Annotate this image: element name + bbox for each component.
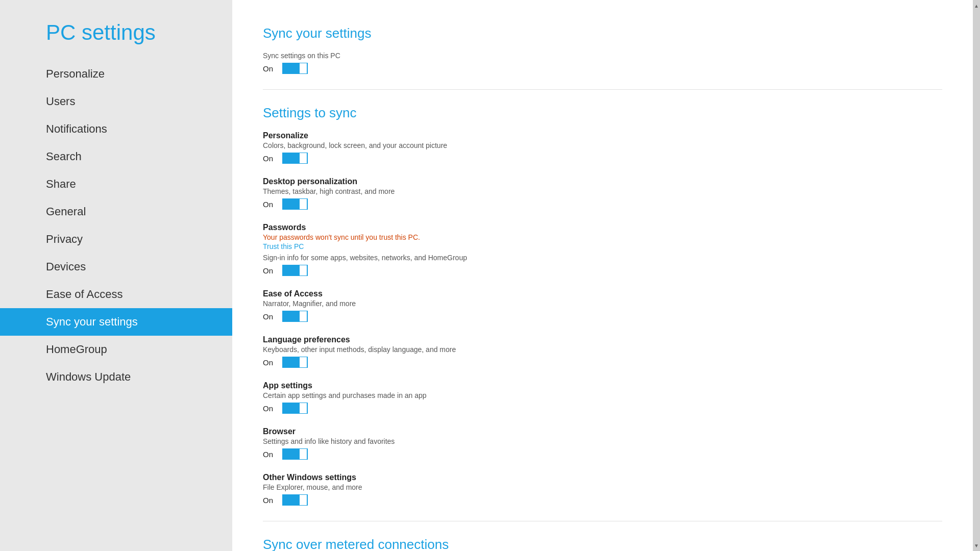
setting-desc-browser: Settings and info like history and favor…	[263, 437, 942, 445]
toggle-track	[282, 357, 308, 368]
toggle-row-personalize: On	[263, 153, 942, 164]
setting-desc-personalize: Colors, background, lock screen, and you…	[263, 141, 942, 149]
sync-on-this-pc-block: Sync settings on this PC On	[263, 52, 942, 74]
toggle-thumb	[300, 199, 307, 209]
toggle-thumb	[300, 265, 307, 276]
toggle-track	[282, 448, 308, 460]
sync-on-this-pc-toggle-row: On	[263, 63, 942, 74]
toggle-thumb	[300, 495, 307, 505]
sidebar-item-users[interactable]: Users	[0, 88, 232, 115]
setting-label-language-preferences: Language preferences	[263, 335, 942, 344]
toggle-thumb	[300, 449, 307, 459]
settings-list: PersonalizeColors, background, lock scre…	[263, 131, 942, 506]
setting-block-desktop-personalization: Desktop personalizationThemes, taskbar, …	[263, 177, 942, 210]
setting-label-ease-of-access: Ease of Access	[263, 289, 942, 298]
setting-desc-language-preferences: Keyboards, other input methods, display …	[263, 345, 942, 354]
setting-signin-passwords: Sign-in info for some apps, websites, ne…	[263, 254, 942, 262]
toggle-row-browser: On	[263, 448, 942, 460]
setting-block-language-preferences: Language preferencesKeyboards, other inp…	[263, 335, 942, 368]
sidebar-item-general[interactable]: General	[0, 198, 232, 226]
setting-block-app-settings: App settingsCertain app settings and pur…	[263, 381, 942, 414]
app-title: PC settings	[0, 20, 232, 60]
setting-label-passwords: Passwords	[263, 223, 942, 232]
sync-on-this-pc-toggle[interactable]	[282, 63, 308, 74]
toggle-thumb	[300, 63, 307, 73]
setting-desc-app-settings: Certain app settings and purchases made …	[263, 391, 942, 399]
toggle-track	[282, 153, 308, 164]
scrollbar-track: ▲ ▼	[973, 0, 980, 551]
scroll-up-arrow[interactable]: ▲	[973, 1, 980, 10]
setting-block-passwords: PasswordsYour passwords won't sync until…	[263, 223, 942, 276]
toggle-label-ease-of-access: On	[263, 312, 277, 321]
setting-block-browser: BrowserSettings and info like history an…	[263, 427, 942, 460]
divider1	[263, 89, 942, 90]
toggle-row-app-settings: On	[263, 403, 942, 414]
sidebar-item-windows-update[interactable]: Windows Update	[0, 363, 232, 391]
sidebar-item-notifications[interactable]: Notifications	[0, 115, 232, 143]
toggle-thumb	[300, 357, 307, 367]
toggle-thumb	[300, 311, 307, 321]
toggle-label-other-windows-settings: On	[263, 496, 277, 505]
setting-block-ease-of-access: Ease of AccessNarrator, Magnifier, and m…	[263, 289, 942, 322]
toggle-track	[282, 311, 308, 322]
toggle-row-language-preferences: On	[263, 357, 942, 368]
toggle-browser[interactable]	[282, 448, 308, 460]
toggle-label-personalize: On	[263, 154, 277, 163]
toggle-ease-of-access[interactable]	[282, 311, 308, 322]
setting-desc-other-windows-settings: File Explorer, mouse, and more	[263, 483, 942, 491]
setting-desc-desktop-personalization: Themes, taskbar, high contrast, and more	[263, 187, 942, 195]
main-content: Sync your settings Sync settings on this…	[232, 0, 973, 551]
sidebar-item-search[interactable]: Search	[0, 143, 232, 170]
setting-link-passwords[interactable]: Trust this PC	[263, 242, 942, 251]
toggle-track	[282, 63, 308, 74]
sidebar-item-personalize[interactable]: Personalize	[0, 60, 232, 88]
setting-desc-ease-of-access: Narrator, Magnifier, and more	[263, 299, 942, 308]
sidebar-item-ease-of-access[interactable]: Ease of Access	[0, 281, 232, 308]
sidebar-item-homegroup[interactable]: HomeGroup	[0, 336, 232, 363]
toggle-thumb	[300, 153, 307, 163]
toggle-label-passwords: On	[263, 266, 277, 275]
toggle-row-other-windows-settings: On	[263, 494, 942, 506]
sync-on-this-pc-label: Sync settings on this PC	[263, 52, 942, 60]
sync-on-this-pc-toggle-label: On	[263, 64, 277, 73]
toggle-row-ease-of-access: On	[263, 311, 942, 322]
setting-label-browser: Browser	[263, 427, 942, 436]
setting-warning-passwords: Your passwords won't sync until you trus…	[263, 233, 942, 241]
section2-heading: Settings to sync	[263, 105, 942, 121]
toggle-track	[282, 265, 308, 276]
setting-label-personalize: Personalize	[263, 131, 942, 140]
toggle-personalize[interactable]	[282, 153, 308, 164]
setting-label-other-windows-settings: Other Windows settings	[263, 473, 942, 482]
toggle-label-app-settings: On	[263, 404, 277, 413]
toggle-passwords[interactable]	[282, 265, 308, 276]
toggle-other-windows-settings[interactable]	[282, 494, 308, 506]
toggle-track	[282, 494, 308, 506]
sidebar-item-share[interactable]: Share	[0, 170, 232, 198]
toggle-row-desktop-personalization: On	[263, 198, 942, 210]
toggle-row-passwords: On	[263, 265, 942, 276]
setting-label-app-settings: App settings	[263, 381, 942, 390]
toggle-label-browser: On	[263, 450, 277, 459]
sidebar-item-privacy[interactable]: Privacy	[0, 226, 232, 253]
setting-block-other-windows-settings: Other Windows settingsFile Explorer, mou…	[263, 473, 942, 506]
setting-label-desktop-personalization: Desktop personalization	[263, 177, 942, 186]
sidebar: PC settings PersonalizeUsersNotification…	[0, 0, 232, 551]
section1-heading: Sync your settings	[263, 26, 942, 41]
toggle-label-desktop-personalization: On	[263, 200, 277, 209]
toggle-track	[282, 198, 308, 210]
scroll-down-arrow[interactable]: ▼	[973, 541, 980, 550]
toggle-track	[282, 403, 308, 414]
toggle-thumb	[300, 403, 307, 413]
toggle-desktop-personalization[interactable]	[282, 198, 308, 210]
sidebar-item-sync-your-settings[interactable]: Sync your settings	[0, 308, 232, 336]
sidebar-item-devices[interactable]: Devices	[0, 253, 232, 281]
section3-heading: Sync over metered connections	[263, 537, 942, 551]
toggle-language-preferences[interactable]	[282, 357, 308, 368]
divider2	[263, 521, 942, 521]
setting-block-personalize: PersonalizeColors, background, lock scre…	[263, 131, 942, 164]
toggle-label-language-preferences: On	[263, 358, 277, 367]
toggle-app-settings[interactable]	[282, 403, 308, 414]
